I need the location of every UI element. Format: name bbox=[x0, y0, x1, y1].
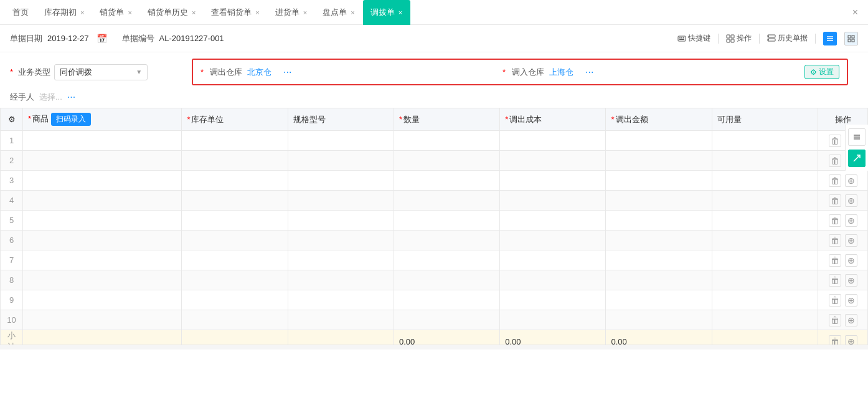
tab-sales[interactable]: 销货单 × bbox=[92, 0, 139, 25]
delete-icon-btn[interactable]: 🗑 bbox=[829, 174, 841, 187]
setting-button[interactable]: ⚙ 设置 bbox=[804, 65, 839, 79]
cell-unit[interactable] bbox=[182, 270, 288, 290]
cell-product[interactable] bbox=[23, 211, 182, 231]
delete-icon-btn[interactable]: 🗑 bbox=[829, 314, 841, 326]
cell-unit[interactable] bbox=[182, 290, 288, 310]
tab-stock-init[interactable]: 库存期初 × bbox=[37, 0, 92, 25]
cell-available[interactable] bbox=[712, 250, 818, 270]
tab-close-transfer[interactable]: × bbox=[399, 9, 402, 16]
cell-available[interactable] bbox=[712, 211, 818, 231]
calendar-icon[interactable]: 📅 bbox=[97, 34, 107, 44]
cell-qty[interactable] bbox=[394, 290, 499, 310]
cell-unit[interactable] bbox=[182, 151, 288, 171]
cell-product[interactable] bbox=[23, 270, 182, 290]
cell-available[interactable] bbox=[712, 131, 818, 151]
cell-product[interactable] bbox=[23, 250, 182, 270]
delete-icon-btn[interactable]: 🗑 bbox=[829, 135, 841, 147]
cell-cost[interactable] bbox=[500, 231, 606, 250]
cell-qty[interactable] bbox=[394, 171, 499, 191]
cell-qty[interactable] bbox=[394, 151, 499, 171]
business-type-select[interactable]: 同价调拨 ▼ bbox=[54, 64, 148, 80]
cell-product[interactable] bbox=[23, 290, 182, 310]
copy-icon-btn[interactable]: ⊕ bbox=[845, 174, 857, 187]
cell-unit[interactable] bbox=[182, 131, 288, 151]
copy-icon-btn[interactable]: ⊕ bbox=[845, 274, 857, 287]
cell-spec[interactable] bbox=[288, 171, 394, 191]
cell-unit[interactable] bbox=[182, 211, 288, 231]
cell-amount[interactable] bbox=[606, 151, 712, 171]
cell-qty[interactable] bbox=[394, 231, 499, 250]
cell-spec[interactable] bbox=[288, 231, 394, 250]
cell-amount[interactable] bbox=[606, 250, 712, 270]
cell-spec[interactable] bbox=[288, 131, 394, 151]
cell-spec[interactable] bbox=[288, 310, 394, 330]
cell-available[interactable] bbox=[712, 191, 818, 211]
cell-qty[interactable] bbox=[394, 191, 499, 211]
cell-qty[interactable] bbox=[394, 211, 499, 231]
tab-purchase[interactable]: 进货单 × bbox=[268, 0, 315, 25]
operations-button[interactable]: 操作 bbox=[726, 33, 752, 44]
delete-icon-btn[interactable]: 🗑 bbox=[829, 335, 841, 345]
cell-product[interactable] bbox=[23, 171, 182, 191]
cell-available[interactable] bbox=[712, 231, 818, 250]
cell-amount[interactable] bbox=[606, 270, 712, 290]
cell-qty[interactable] bbox=[394, 310, 499, 330]
cell-amount[interactable] bbox=[606, 171, 712, 191]
copy-icon-btn[interactable]: ⊕ bbox=[845, 254, 857, 267]
cell-cost[interactable] bbox=[500, 270, 606, 290]
copy-icon-btn[interactable]: ⊕ bbox=[845, 194, 857, 207]
cell-spec[interactable] bbox=[288, 270, 394, 290]
tab-close-sales[interactable]: × bbox=[128, 9, 131, 16]
cell-available[interactable] bbox=[712, 270, 818, 290]
cell-available[interactable] bbox=[712, 171, 818, 191]
cell-qty[interactable] bbox=[394, 270, 499, 290]
cell-cost[interactable] bbox=[500, 250, 606, 270]
cell-unit[interactable] bbox=[182, 171, 288, 191]
cell-product[interactable] bbox=[23, 310, 182, 330]
delete-icon-btn[interactable]: 🗑 bbox=[829, 155, 841, 167]
delete-icon-btn[interactable]: 🗑 bbox=[829, 254, 841, 267]
cell-cost[interactable] bbox=[500, 211, 606, 231]
delete-icon-btn[interactable]: 🗑 bbox=[829, 194, 841, 207]
cell-cost[interactable] bbox=[500, 191, 606, 211]
manager-input[interactable]: 选择... bbox=[39, 92, 62, 103]
cell-available[interactable] bbox=[712, 151, 818, 171]
cell-spec[interactable] bbox=[288, 191, 394, 211]
tab-close-sales-history[interactable]: × bbox=[192, 9, 196, 16]
delete-icon-btn[interactable]: 🗑 bbox=[829, 234, 841, 247]
copy-icon-btn[interactable]: ⊕ bbox=[845, 314, 857, 326]
grid-view-btn-2[interactable] bbox=[844, 32, 858, 45]
copy-icon-btn[interactable]: ⊕ bbox=[845, 294, 857, 307]
cell-spec[interactable] bbox=[288, 211, 394, 231]
cell-unit[interactable] bbox=[182, 310, 288, 330]
cell-amount[interactable] bbox=[606, 310, 712, 330]
tab-close-inventory[interactable]: × bbox=[351, 9, 354, 16]
cell-unit[interactable] bbox=[182, 191, 288, 211]
cell-cost[interactable] bbox=[500, 290, 606, 310]
cell-product[interactable] bbox=[23, 131, 182, 151]
tab-home[interactable]: 首页 bbox=[5, 0, 37, 25]
tab-close-purchase[interactable]: × bbox=[303, 9, 307, 16]
th-gear[interactable]: ⚙ bbox=[1, 108, 23, 131]
tab-close-stock-init[interactable]: × bbox=[80, 9, 84, 16]
cell-cost[interactable] bbox=[500, 171, 606, 191]
tab-close-view-sales[interactable]: × bbox=[255, 9, 259, 16]
cell-amount[interactable] bbox=[606, 290, 712, 310]
delete-icon-btn[interactable]: 🗑 bbox=[829, 274, 841, 287]
cell-cost[interactable] bbox=[500, 151, 606, 171]
tab-view-sales[interactable]: 查看销货单 × bbox=[204, 0, 267, 25]
cell-product[interactable] bbox=[23, 191, 182, 211]
sidebar-export-icon-btn[interactable] bbox=[848, 150, 866, 167]
tab-transfer[interactable]: 调拨单 × bbox=[363, 0, 410, 25]
cell-qty[interactable] bbox=[394, 131, 499, 151]
horizontal-scrollbar[interactable] bbox=[0, 345, 868, 350]
sidebar-list-icon-btn[interactable] bbox=[848, 128, 866, 146]
cell-amount[interactable] bbox=[606, 231, 712, 250]
cell-product[interactable] bbox=[23, 231, 182, 250]
scan-entry-button[interactable]: 扫码录入 bbox=[51, 113, 91, 126]
shortcuts-button[interactable]: 快捷键 bbox=[677, 33, 710, 44]
copy-icon-btn[interactable]: ⊕ bbox=[845, 234, 857, 247]
cell-unit[interactable] bbox=[182, 250, 288, 270]
history-button[interactable]: 历史单据 bbox=[767, 33, 808, 44]
cell-spec[interactable] bbox=[288, 151, 394, 171]
